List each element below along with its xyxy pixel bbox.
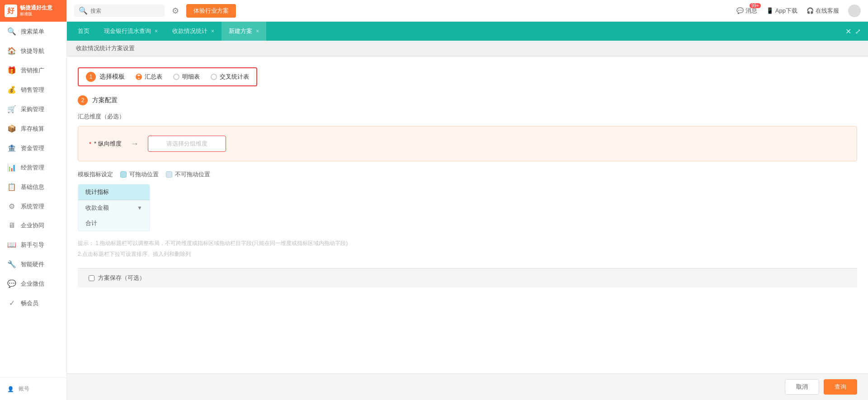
- sidebar-label-finance: 资金管理: [21, 144, 44, 152]
- sidebar-item-inventory[interactable]: 📦库存核算: [0, 119, 66, 138]
- service-label: 在线客服: [816, 7, 839, 15]
- industry-btn[interactable]: 体验行业方案: [186, 4, 236, 18]
- edition-label: 标准版: [20, 11, 52, 17]
- dimension-label: 汇总维度（必选）: [78, 113, 857, 121]
- metrics-header: 模板指标设定 可拖动位置 不可拖动位置: [78, 170, 857, 179]
- sidebar-item-member[interactable]: ✓畅会员: [0, 293, 66, 313]
- topbar: 🔍 ⚙ 体验行业方案 💬 消息 99+ 📱 App下载 🎧 在线客服: [67, 0, 868, 22]
- radio-cross-label: 交叉统计表: [220, 73, 249, 81]
- dimension-area: * * 纵向维度 → 请选择分组维度: [78, 126, 857, 161]
- sidebar-label-hardware: 智能硬件: [21, 260, 44, 268]
- sidebar-icon-inventory: 📦: [7, 124, 16, 133]
- nav-tab-bankflow[interactable]: 现金银行流水查询×: [97, 22, 165, 41]
- sidebar-label-guide: 新手引导: [21, 241, 44, 249]
- sidebar-item-search[interactable]: 🔍搜索菜单: [0, 22, 66, 41]
- sidebar-item-hardware[interactable]: 🔧智能硬件: [0, 254, 66, 274]
- tip-2: 2.点击标题栏下拉可设置排序、插入列和删除列: [78, 249, 857, 259]
- sidebar-icon-search: 🔍: [7, 27, 16, 36]
- sidebar-icon-coop: 🖥: [7, 221, 16, 230]
- metric-dropdown-0[interactable]: ▼: [137, 205, 142, 211]
- radio-circle-summary: [136, 74, 142, 80]
- nav-tabs: 首页现金银行流水查询×收款情况统计×新建方案× ✕ ⤢: [67, 22, 868, 41]
- sidebar-icon-sales: 💰: [7, 85, 16, 94]
- logo-icon: 好: [5, 5, 17, 17]
- metric-row-1: 合计: [78, 216, 150, 231]
- sidebar-label-basic: 基础信息: [21, 183, 44, 191]
- sidebar-item-coop[interactable]: 🖥企业协同: [0, 216, 66, 235]
- search-box[interactable]: 🔍: [74, 5, 165, 17]
- query-button[interactable]: 查询: [824, 379, 857, 395]
- sidebar-label-operation: 经营管理: [21, 164, 44, 172]
- sidebar-label-quicknav: 快捷导航: [21, 47, 44, 55]
- tab-close-newplan[interactable]: ×: [256, 28, 259, 34]
- sidebar-item-operation[interactable]: 📊经营管理: [0, 158, 66, 177]
- required-star: *: [89, 141, 91, 147]
- service-icon: 🎧: [807, 7, 814, 14]
- step1-num: 1: [86, 72, 96, 82]
- cancel-button[interactable]: 取消: [785, 379, 819, 395]
- radio-summary[interactable]: 汇总表: [136, 73, 162, 81]
- radio-detail[interactable]: 明细表: [173, 73, 200, 81]
- legend-not-draggable-label: 不可拖动位置: [175, 170, 210, 179]
- tab-close-collection[interactable]: ×: [211, 28, 214, 34]
- step1-options: 1 选择模板 汇总表 明细表 交叉统计表: [78, 67, 257, 86]
- arrow-icon: →: [131, 139, 139, 149]
- legend-draggable-label: 可拖动位置: [129, 170, 159, 179]
- sidebar-icon-marketing: 🎁: [7, 66, 16, 75]
- bottom-bar: 取消 查询: [67, 373, 868, 400]
- sidebar-label-purchase: 采购管理: [21, 105, 44, 113]
- sidebar-item-basic[interactable]: 📋基础信息: [0, 177, 66, 197]
- service-btn[interactable]: 🎧 在线客服: [807, 7, 839, 15]
- tips-area: 提示： 1.拖动标题栏可以调整布局，不可跨维度或指标区域拖动栏目字段(只能在同一…: [78, 239, 857, 259]
- save-label: 方案保存（可选）: [98, 274, 145, 282]
- maximize-icon[interactable]: ⤢: [855, 27, 861, 36]
- sidebar-item-finance[interactable]: 🏦资金管理: [0, 138, 66, 158]
- sidebar-icon-purchase: 🛒: [7, 105, 16, 113]
- sidebar-item-marketing[interactable]: 🎁营销推广: [0, 61, 66, 80]
- legend-box-draggable: [120, 171, 127, 178]
- sidebar-item-sales[interactable]: 💰销售管理: [0, 80, 66, 99]
- save-checkbox[interactable]: [89, 275, 94, 281]
- sidebar-item-purchase[interactable]: 🛒采购管理: [0, 99, 66, 119]
- sidebar-icon-finance: 🏦: [7, 144, 16, 152]
- sidebar: 好 畅捷通好生意 标准版 🔍搜索菜单🏠快捷导航🎁营销推广💰销售管理🛒采购管理📦库…: [0, 0, 67, 400]
- search-input[interactable]: [90, 8, 154, 14]
- legend-box-not-draggable: [166, 171, 172, 178]
- step1-title: 选择模板: [99, 73, 125, 81]
- metrics-title: 模板指标设定: [78, 170, 113, 179]
- step1-section: 1 选择模板 汇总表 明细表 交叉统计表: [78, 67, 857, 86]
- sidebar-icon-basic: 📋: [7, 183, 16, 191]
- nav-tab-newplan[interactable]: 新建方案×: [222, 22, 266, 41]
- sidebar-label-wechat: 企业微信: [21, 280, 44, 288]
- sidebar-item-guide[interactable]: 📖新手引导: [0, 235, 66, 254]
- footer-save: 方案保存（可选）: [78, 268, 857, 287]
- sidebar-item-system[interactable]: ⚙系统管理: [0, 197, 66, 216]
- avatar[interactable]: [848, 5, 861, 17]
- tab-close-bankflow[interactable]: ×: [155, 28, 158, 34]
- tip-1: 提示： 1.拖动标题栏可以调整布局，不可跨维度或指标区域拖动栏目字段(只能在同一…: [78, 239, 857, 249]
- main-area: 🔍 ⚙ 体验行业方案 💬 消息 99+ 📱 App下载 🎧 在线客服 首页现金银…: [67, 0, 868, 400]
- sidebar-icon-member: ✓: [7, 299, 16, 307]
- app-download-btn[interactable]: 📱 App下载: [766, 7, 797, 15]
- tab-label-newplan: 新建方案: [229, 27, 252, 35]
- notification-btn[interactable]: 💬 消息 99+: [736, 7, 757, 15]
- sidebar-item-wechat[interactable]: 💬企业微信: [0, 274, 66, 293]
- user-icon: 👤: [7, 386, 14, 392]
- gear-icon[interactable]: ⚙: [172, 6, 179, 16]
- nav-tab-home[interactable]: 首页: [71, 22, 97, 41]
- sidebar-bottom-user[interactable]: 👤 账号: [0, 381, 66, 396]
- metric-label-0: 收款金额: [85, 204, 109, 212]
- metrics-grid: 统计指标 收款金额 ▼ 合计: [78, 184, 150, 231]
- legend-not-draggable: 不可拖动位置: [166, 170, 210, 179]
- nav-tab-collection[interactable]: 收款情况统计×: [165, 22, 222, 41]
- dimension-select[interactable]: 请选择分组维度: [148, 136, 226, 152]
- row-dim-label: * * 纵向维度: [89, 140, 122, 148]
- sidebar-item-quicknav[interactable]: 🏠快捷导航: [0, 41, 66, 61]
- radio-circle-detail: [173, 74, 179, 80]
- radio-cross[interactable]: 交叉统计表: [211, 73, 249, 81]
- close-window-icon[interactable]: ✕: [845, 27, 851, 36]
- legend-draggable: 可拖动位置: [120, 170, 159, 179]
- sidebar-icon-operation: 📊: [7, 163, 16, 172]
- logo-text: 畅捷通好生意: [20, 5, 52, 11]
- sidebar-bottom: 👤 账号: [0, 377, 66, 400]
